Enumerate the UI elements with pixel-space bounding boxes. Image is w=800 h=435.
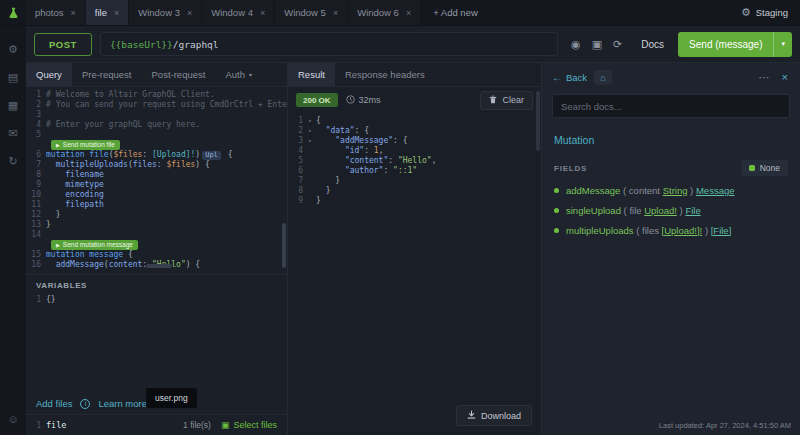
- info-icon[interactable]: i: [80, 399, 90, 409]
- query-horizontal-scrollbar-thumb[interactable]: [146, 264, 172, 268]
- tab-response-headers[interactable]: Response headers: [335, 63, 435, 86]
- collections-icon[interactable]: ▦: [8, 100, 18, 111]
- docs-search-input[interactable]: [561, 101, 781, 112]
- code-text: addMessage(content: "Hello") {: [46, 260, 200, 270]
- download-label: Download: [481, 411, 521, 421]
- select-files-button[interactable]: ▣ Select files: [221, 420, 277, 430]
- close-tab-icon[interactable]: ×: [114, 8, 119, 18]
- return-type-link[interactable]: File: [685, 205, 700, 216]
- left-iconbar: ⚙▤▦✉↻☺: [0, 26, 26, 435]
- code-line: 5 "content": "Hello",: [288, 156, 541, 166]
- line-number: 3: [288, 136, 308, 146]
- tab-query[interactable]: Query: [26, 63, 72, 86]
- add-new-window-button[interactable]: + Add new: [421, 0, 490, 25]
- tab-pre-request[interactable]: Pre-request: [72, 63, 142, 86]
- field-name-link[interactable]: multipleUploads: [566, 225, 634, 236]
- code-text: mimetype: [46, 180, 104, 190]
- file-variable-name-input[interactable]: file: [46, 420, 183, 430]
- docs-back-button[interactable]: ← Back: [552, 72, 587, 83]
- code-text: "content": "Hello",: [316, 156, 436, 166]
- copy-icon[interactable]: ▣: [592, 39, 602, 50]
- window-tab[interactable]: photos×: [26, 0, 86, 25]
- account-icon[interactable]: ☺: [7, 414, 18, 425]
- line-number: 2: [288, 126, 308, 136]
- docs-icon[interactable]: ▤: [8, 72, 18, 83]
- close-tab-icon[interactable]: ×: [71, 8, 76, 18]
- window-tab[interactable]: Window 6×: [348, 0, 421, 25]
- file-count-label: 1 file(s): [183, 420, 211, 430]
- send-request-button[interactable]: Send (message) ▾: [678, 32, 792, 57]
- window-tab[interactable]: file×: [86, 0, 129, 25]
- environment-selector[interactable]: ⚙ Staging: [729, 0, 800, 25]
- return-type-link[interactable]: Message: [696, 185, 735, 196]
- response-editor[interactable]: 1▾{2▾ "data": {3▾ "addMessage": {4 "id":…: [288, 113, 541, 206]
- query-vertical-scrollbar-thumb[interactable]: [282, 223, 286, 268]
- file-variable-row: 1 file 1 file(s) ▣ Select files: [26, 414, 287, 435]
- docs-field-item: addMessage ( content String ) Message: [542, 180, 800, 200]
- line-number: 4: [288, 146, 308, 156]
- code-text: "author": "::1": [316, 166, 417, 176]
- field-name-link[interactable]: singleUpload: [566, 205, 621, 216]
- docs-home-button[interactable]: ⌂: [594, 70, 612, 85]
- result-scrollbar-thumb[interactable]: [536, 91, 540, 151]
- arg-type-link[interactable]: Upload!: [644, 205, 677, 216]
- add-files-link[interactable]: Add files: [36, 398, 72, 409]
- close-tab-icon[interactable]: ×: [260, 8, 265, 18]
- tab-label: Window 5: [284, 7, 326, 18]
- query-editor[interactable]: 1# Welcome to Altair GraphQL Client.2# Y…: [26, 87, 287, 270]
- field-name-link[interactable]: addMessage: [566, 185, 620, 196]
- clear-label: Clear: [502, 95, 524, 105]
- docs-menu-icon[interactable]: ⋯: [756, 71, 773, 84]
- fold-icon[interactable]: ▾: [308, 136, 316, 146]
- tab-post-request[interactable]: Post-request: [142, 63, 216, 86]
- tab-auth[interactable]: Auth▾: [215, 63, 262, 86]
- learn-more-link[interactable]: Learn more: [98, 398, 147, 409]
- reload-docs-icon[interactable]: ⟳: [613, 39, 622, 50]
- window-tab[interactable]: Window 5×: [275, 0, 348, 25]
- fold-icon[interactable]: ▾: [308, 126, 316, 136]
- none-filter-button[interactable]: None: [741, 160, 788, 176]
- trash-icon: [489, 95, 497, 106]
- history-icon[interactable]: ↻: [8, 156, 17, 167]
- close-tab-icon[interactable]: ×: [406, 8, 411, 18]
- line-number: 1: [26, 90, 46, 100]
- line-number: 5: [288, 156, 308, 166]
- docs-field-item: multipleUploads ( files [Upload!]! ) [Fi…: [542, 220, 800, 240]
- docs-toggle-button[interactable]: Docs: [641, 39, 664, 50]
- window-tab[interactable]: Window 4×: [202, 0, 275, 25]
- arg-type-link[interactable]: [Upload!]!: [662, 225, 703, 236]
- code-line: 3▾ "addMessage": {: [288, 136, 541, 146]
- docs-header: ← Back ⌂ ⋯ ×: [542, 63, 800, 91]
- return-type-link[interactable]: [File]: [711, 225, 732, 236]
- docs-fields: addMessage ( content String ) Messagesin…: [542, 180, 800, 240]
- fold-icon: [308, 196, 316, 206]
- url-input[interactable]: {{baseUrl}}/graphql: [100, 32, 558, 56]
- close-tab-icon[interactable]: ×: [187, 8, 192, 18]
- run-mutation-button[interactable]: ▶Send mutation file: [51, 140, 120, 150]
- response-time: 32ms: [346, 95, 381, 106]
- settings-icon[interactable]: ⚙: [8, 44, 18, 55]
- fold-icon: [308, 186, 316, 196]
- variables-editor[interactable]: 1{}: [26, 292, 287, 305]
- close-docs-icon[interactable]: ×: [780, 71, 790, 83]
- eye-icon[interactable]: ◉: [571, 39, 581, 50]
- plugins-icon[interactable]: ✉: [8, 128, 17, 139]
- fold-icon[interactable]: ▾: [308, 116, 316, 126]
- download-button[interactable]: Download: [456, 405, 532, 426]
- tab-label: Response headers: [345, 69, 425, 80]
- tab-result[interactable]: Result: [288, 63, 335, 86]
- line-number: 15: [26, 250, 46, 260]
- play-icon: ▶: [56, 143, 60, 148]
- run-mutation-button[interactable]: ▶Send mutation message: [51, 240, 138, 250]
- arg-type-link[interactable]: String: [663, 185, 688, 196]
- window-tab[interactable]: Window 3×: [129, 0, 202, 25]
- main-area: POST {{baseUrl}}/graphql ◉▣⟳ Docs Send (…: [26, 26, 800, 435]
- code-line: 9}: [288, 196, 541, 206]
- chevron-down-icon[interactable]: ▾: [773, 32, 792, 57]
- back-arrow-icon: ←: [552, 72, 562, 83]
- close-tab-icon[interactable]: ×: [333, 8, 338, 18]
- clear-result-button[interactable]: Clear: [480, 91, 533, 110]
- variables-header[interactable]: VARIABLES: [26, 275, 287, 292]
- http-method-button[interactable]: POST: [34, 33, 92, 56]
- request-bar: POST {{baseUrl}}/graphql ◉▣⟳ Docs Send (…: [26, 26, 800, 62]
